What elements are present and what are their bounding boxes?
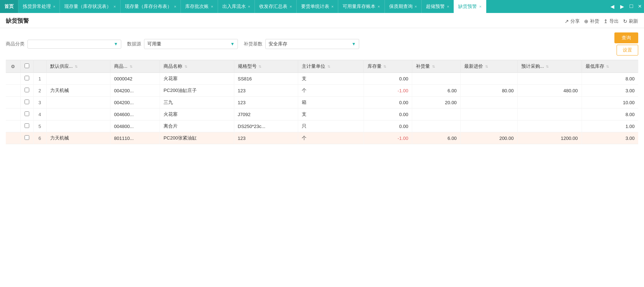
- tab-flow[interactable]: 出入库流水 ×: [218, 0, 255, 13]
- tab-batch[interactable]: 库存批次账 ×: [181, 0, 218, 13]
- select-all-checkbox[interactable]: [25, 63, 29, 68]
- col-header-stock[interactable]: 库存量 ⇅: [364, 60, 412, 73]
- tab-avail[interactable]: 可用量库存账本 ×: [338, 0, 384, 13]
- tab-inv1-label: 现存量（库存状况表）: [64, 3, 111, 10]
- row-checkbox-2[interactable]: [25, 100, 29, 104]
- col-stock-label: 库存量: [367, 63, 382, 69]
- row-est-purchase-cell: 1200.00: [517, 132, 582, 144]
- export-button[interactable]: ↥ 导出: [604, 18, 619, 25]
- row-replenish-cell: 6.00: [412, 132, 460, 144]
- col-header-no: [33, 60, 46, 73]
- row-spec-cell: DS250*23c...: [234, 120, 298, 132]
- tab-expire-close[interactable]: ×: [415, 4, 417, 9]
- row-checkbox-3[interactable]: [25, 111, 29, 116]
- row-no-cell: 6: [33, 132, 46, 144]
- tab-over[interactable]: 超储预警 ×: [422, 0, 454, 13]
- tab-flow-close[interactable]: ×: [248, 4, 250, 9]
- row-check-cell: [20, 73, 33, 85]
- row-checkbox-5[interactable]: [25, 135, 29, 140]
- row-no-cell: 4: [33, 109, 46, 120]
- tab-recv[interactable]: 收发存汇总表 ×: [255, 0, 296, 13]
- tab-next-btn[interactable]: ▶: [617, 0, 627, 13]
- row-goods-name-cell: 火花塞: [160, 73, 234, 85]
- tab-req[interactable]: 要货单统计表 ×: [297, 0, 338, 13]
- col-header-spec[interactable]: 规格型号 ⇅: [234, 60, 298, 73]
- tab-over-close[interactable]: ×: [447, 4, 449, 9]
- replenish-base-chevron-icon: ▼: [352, 41, 356, 47]
- tab-home[interactable]: 首页: [0, 0, 18, 13]
- tab-inv2-close[interactable]: ×: [174, 4, 176, 9]
- replenish-button[interactable]: ⊕ 补货: [584, 18, 599, 25]
- page-container: 缺货预警 ↗ 分享 ⊕ 补货 ↥ 导出 ↻ 刷新 商品分类: [0, 13, 644, 287]
- tab-proc[interactable]: 拣货异常处理 ×: [18, 0, 60, 13]
- data-table: ⚙ 默认供应... ⇅ 商品... ⇅ 商品名称: [6, 60, 638, 144]
- col-est-purchase-label: 预计采购...: [521, 63, 544, 69]
- row-supplier-cell: [46, 109, 110, 120]
- tab-inv1-close[interactable]: ×: [113, 4, 116, 9]
- tab-recv-close[interactable]: ×: [290, 4, 292, 9]
- table-settings-icon[interactable]: ⚙: [11, 64, 15, 69]
- refresh-button[interactable]: ↻ 刷新: [623, 18, 638, 25]
- datasource-filter-label: 数据源: [127, 41, 141, 47]
- table-row: 6 力天机械 801110... PC200张紧油缸 123 个 -1.00 6…: [6, 132, 638, 144]
- share-icon: ↗: [565, 18, 569, 24]
- col-header-est-purchase[interactable]: 预计采购... ⇅: [517, 60, 582, 73]
- col-header-min-stock[interactable]: 最低库存 ⇅: [582, 60, 638, 73]
- col-header-supplier[interactable]: 默认供应... ⇅: [46, 60, 110, 73]
- tab-prev-btn[interactable]: ◀: [608, 0, 617, 13]
- datasource-select[interactable]: 可用量 ▼: [144, 39, 238, 49]
- row-replenish-cell: 20.00: [412, 97, 460, 109]
- row-checkbox-0[interactable]: [25, 76, 29, 80]
- row-supplier-cell: [46, 120, 110, 132]
- tab-close-all-btn[interactable]: ✕: [636, 0, 644, 13]
- row-est-purchase-cell: 480.00: [517, 85, 582, 97]
- row-checkbox-4[interactable]: [25, 123, 29, 128]
- row-min-stock-cell: 3.00: [582, 85, 638, 97]
- tab-avail-close[interactable]: ×: [378, 4, 380, 9]
- share-button[interactable]: ↗ 分享: [565, 18, 580, 25]
- col-unit-label: 主计量单位: [302, 63, 325, 69]
- tab-inv1[interactable]: 现存量（库存状况表） ×: [60, 0, 120, 13]
- row-checkbox-1[interactable]: [25, 88, 29, 92]
- tab-expire[interactable]: 保质期查询 ×: [385, 0, 422, 13]
- row-settings-cell: [6, 132, 20, 144]
- col-unit-sort-icon: ⇅: [327, 65, 330, 69]
- col-header-goods-code[interactable]: 商品... ⇅: [110, 60, 160, 73]
- settings-button[interactable]: 设置: [617, 45, 638, 56]
- col-header-latest-price[interactable]: 最新进价 ⇅: [461, 60, 518, 73]
- tab-restore-btn[interactable]: ☐: [627, 0, 636, 13]
- col-header-unit[interactable]: 主计量单位 ⇅: [298, 60, 364, 73]
- row-min-stock-cell: 3.00: [582, 132, 638, 144]
- row-spec-cell: 123: [234, 97, 298, 109]
- tab-short-close[interactable]: ×: [479, 4, 481, 9]
- row-supplier-cell: [46, 97, 110, 109]
- row-est-purchase-cell: [517, 120, 582, 132]
- row-stock-cell: 0.00: [364, 109, 412, 120]
- col-goods-code-sort-icon: ⇅: [130, 65, 132, 69]
- col-header-replenish[interactable]: 补货量 ⇅: [412, 60, 460, 73]
- category-select-value: [31, 41, 32, 47]
- category-chevron-icon: ▼: [114, 41, 118, 47]
- tab-batch-close[interactable]: ×: [211, 4, 213, 9]
- row-stock-cell: -1.00: [364, 132, 412, 144]
- row-supplier-cell: [46, 73, 110, 85]
- tab-expire-label: 保质期查询: [389, 3, 413, 10]
- tab-req-close[interactable]: ×: [331, 4, 334, 9]
- col-header-check: [20, 60, 33, 73]
- row-unit-cell: 箱: [298, 97, 364, 109]
- tab-recv-label: 收发存汇总表: [259, 3, 287, 10]
- replenish-icon: ⊕: [584, 18, 588, 24]
- tab-proc-close[interactable]: ×: [53, 4, 55, 9]
- col-header-goods-name[interactable]: 商品名称 ⇅: [160, 60, 234, 73]
- col-stock-sort-icon: ⇅: [383, 65, 386, 69]
- row-stock-cell: 0.00: [364, 120, 412, 132]
- tab-inv2[interactable]: 现存量（库存分布表） ×: [121, 0, 181, 13]
- row-min-stock-cell: 10.00: [582, 97, 638, 109]
- category-select[interactable]: ▼: [27, 40, 121, 49]
- tab-short[interactable]: 缺货预警 ×: [454, 0, 486, 13]
- row-spec-cell: 123: [234, 132, 298, 144]
- replenish-base-select[interactable]: 安全库存 ▼: [265, 39, 359, 49]
- row-unit-cell: 只: [298, 120, 364, 132]
- replenish-base-filter-label: 补货基数: [244, 41, 262, 47]
- query-button[interactable]: 查询: [614, 32, 638, 43]
